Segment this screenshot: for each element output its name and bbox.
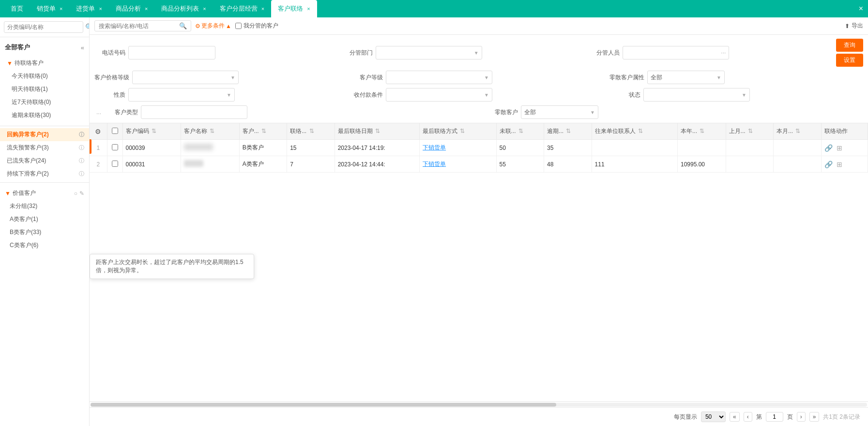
sidebar-pending-title[interactable]: ▼ 待联络客户 (0, 57, 89, 70)
sidebar-item-class-c[interactable]: C类客户(6) (0, 239, 89, 252)
sidebar-item-class-b[interactable]: B类客户(33) (0, 226, 89, 239)
row2-grid-icon[interactable]: ⊞ (837, 161, 842, 168)
sidebar-item-today[interactable]: 今天待联络(0) (0, 70, 89, 83)
col-code[interactable]: 客户编码 ⇅ (122, 123, 181, 140)
nav-purchase-close[interactable]: × (99, 0, 102, 17)
col-contacts-sort[interactable]: ⇅ (638, 128, 643, 134)
col-contact-count[interactable]: 联络... ⇅ (287, 123, 335, 140)
filter-retail-cust-select[interactable]: 全部 ▼ (521, 105, 598, 119)
sidebar-item-7days[interactable]: 近7天待联络(0) (0, 96, 89, 109)
nav-product-analysis[interactable]: 商品分析 × (109, 0, 154, 17)
filter-gender-select[interactable]: ▼ (128, 88, 235, 102)
nav-customer-segment-close[interactable]: × (261, 0, 264, 17)
col-name[interactable]: 客户名称 ⇅ (181, 123, 240, 140)
filter-mgr-select[interactable]: ··· (623, 46, 729, 59)
prev-page-btn[interactable]: ‹ (744, 412, 752, 422)
select-all-checkbox[interactable] (112, 128, 118, 134)
sidebar-search-icon[interactable]: 🔍 (85, 23, 90, 31)
filter-retail-attr-select[interactable]: 全部 ▼ (647, 71, 725, 84)
col-this-month[interactable]: 本月... ⇅ (774, 123, 821, 140)
col-overdue-sort[interactable]: ⇅ (566, 128, 571, 134)
nav-purchase[interactable]: 进货单 × (69, 0, 108, 17)
my-customers-checkbox[interactable] (235, 23, 242, 29)
filter-search-input[interactable] (99, 23, 177, 29)
col-this-year[interactable]: 本年... ⇅ (677, 123, 726, 140)
col-last-month[interactable]: 上月... ⇅ (726, 123, 773, 140)
row2-last-method[interactable]: 下销货单 (420, 156, 496, 173)
filter-cust-level-select[interactable]: ▼ (386, 71, 492, 84)
export-btn[interactable]: ⬆ 导出 (845, 22, 863, 30)
col-last-method[interactable]: 最后联络方式 ⇅ (420, 123, 496, 140)
sidebar-item-class-a[interactable]: A类客户(1) (0, 213, 89, 226)
col-contacts[interactable]: 往来单位联系人 ⇅ (592, 123, 677, 140)
col-not-contacted-sort[interactable]: ⇅ (518, 128, 523, 134)
filter-cust-type-select[interactable] (141, 105, 247, 119)
col-this-year-sort[interactable]: ⇅ (700, 128, 704, 134)
sidebar-search-input[interactable] (4, 21, 83, 33)
nav-customer-segment[interactable]: 客户分层经营 × (213, 0, 271, 17)
col-last-month-sort[interactable]: ⇅ (748, 128, 753, 134)
col-overdue[interactable]: 逾期... ⇅ (544, 123, 592, 140)
page-input[interactable] (766, 412, 783, 422)
scroll-track[interactable] (91, 403, 867, 407)
nav-product-list[interactable]: 商品分析列表 × (154, 0, 213, 17)
sidebar-item-overdue[interactable]: 逾期未联络(30) (0, 109, 89, 122)
sidebar-item-already-lost[interactable]: 已流失客户(24) ⓘ (0, 154, 89, 167)
sidebar-item-tomorrow[interactable]: 明天待联络(1) (0, 83, 89, 96)
row1-grid-icon[interactable]: ⊞ (837, 144, 842, 152)
col-settings-icon[interactable]: ⚙ (93, 126, 103, 137)
value-edit-icon[interactable]: ✎ (79, 190, 84, 197)
sidebar-item-lost-preview[interactable]: 流失预警客户(3) ⓘ (0, 141, 89, 154)
nav-product-analysis-close[interactable]: × (145, 0, 148, 17)
col-cust-type-sort[interactable]: ⇅ (261, 128, 266, 134)
filter-mgr-dots[interactable]: ··· (721, 49, 726, 56)
filter-search-icon[interactable]: 🔍 (179, 22, 187, 29)
value-circle-icon[interactable]: ○ (74, 190, 77, 197)
filter-price-select[interactable]: ▼ (132, 71, 239, 84)
row2-method-link[interactable]: 下销货单 (423, 161, 446, 167)
scroll-thumb[interactable] (91, 403, 556, 407)
col-contact-count-sort[interactable]: ⇅ (309, 128, 314, 134)
horizontal-scrollbar[interactable] (90, 401, 868, 407)
next-page-btn[interactable]: › (797, 412, 806, 422)
filter-dept-select[interactable]: ▼ (376, 46, 482, 59)
row2-link-icon[interactable]: 🔗 (824, 161, 833, 168)
col-this-month-sort[interactable]: ⇅ (795, 128, 800, 134)
first-page-btn[interactable]: « (730, 412, 740, 422)
nav-sales[interactable]: 销货单 × (30, 0, 69, 17)
lost-preview-info-icon: ⓘ (79, 144, 84, 151)
row1-link-icon[interactable]: 🔗 (824, 144, 833, 152)
settings-button[interactable]: 设置 (836, 54, 863, 67)
col-last-method-sort[interactable]: ⇅ (460, 128, 465, 134)
col-last-date-sort[interactable]: ⇅ (375, 128, 380, 134)
nav-customer-contact[interactable]: 客户联络 × (271, 0, 317, 17)
filter-dots[interactable]: ... (94, 109, 103, 116)
query-button[interactable]: 查询 (836, 39, 863, 52)
row1-last-method[interactable]: 下销货单 (420, 140, 496, 156)
nav-home[interactable]: 首页 (4, 0, 30, 17)
nav-customer-contact-close[interactable]: × (307, 0, 310, 17)
more-conditions-btn[interactable]: ⚙ 更多条件 ▲ (195, 22, 231, 30)
row2-checkbox[interactable] (112, 161, 118, 167)
sidebar-item-unclassified[interactable]: 未分组(32) (0, 200, 89, 213)
col-name-sort[interactable]: ⇅ (210, 128, 214, 134)
row1-method-link[interactable]: 下销货单 (423, 144, 446, 151)
row1-checkbox[interactable] (112, 144, 118, 150)
nav-close-all-btn[interactable]: × (859, 4, 863, 13)
per-page-select[interactable]: 50 20 100 (701, 411, 726, 422)
sidebar-collapse-icon[interactable]: « (81, 44, 84, 51)
filter-phone-input[interactable] (128, 46, 215, 59)
col-last-date[interactable]: 最后联络日期 ⇅ (335, 123, 419, 140)
col-cust-type[interactable]: 客户... ⇅ (239, 123, 287, 140)
col-not-contacted[interactable]: 未联... ⇅ (496, 123, 544, 140)
last-page-btn[interactable]: » (809, 412, 820, 422)
sidebar-item-repurchase[interactable]: 回购异常客户(2) ⓘ (0, 128, 89, 141)
sidebar-value-title[interactable]: ▼ 价值客户 ○ ✎ (0, 187, 89, 200)
filter-payment-select[interactable]: ▼ (386, 88, 492, 102)
filter-status-select[interactable]: ▼ (643, 88, 750, 102)
nav-sales-close[interactable]: × (60, 0, 62, 17)
col-code-sort[interactable]: ⇅ (152, 128, 156, 134)
sidebar-item-declining[interactable]: 持续下滑客户(2) ⓘ (0, 167, 89, 180)
sidebar-all-customers[interactable]: 全部客户 « (0, 40, 89, 55)
nav-product-list-close[interactable]: × (203, 0, 206, 17)
